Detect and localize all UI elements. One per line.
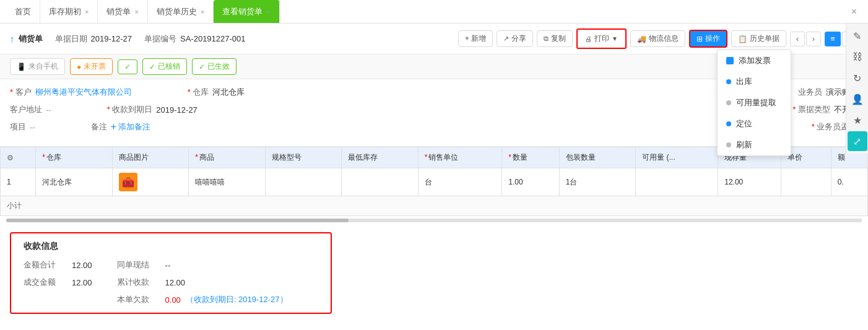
row-unit-price — [781, 168, 831, 196]
col-warehouse: *仓库 — [36, 147, 113, 168]
due-note: （收款到期日: 2019-12-27） — [186, 294, 288, 305]
transaction-amount-value: 12.00 — [72, 278, 92, 287]
operation-dropdown: 添加发票 出库 可用量提取 定位 刷新 — [717, 50, 791, 156]
list-view-button[interactable]: ≡ — [825, 32, 841, 46]
payment-col-left: 金额合计 12.00 成交金额 12.00 — [24, 259, 92, 305]
print-icon: 🖨 — [585, 35, 592, 43]
sidebar-star-icon[interactable]: ★ — [848, 110, 867, 130]
next-button[interactable]: › — [806, 32, 821, 46]
nav-arrows: ‹ › — [790, 32, 821, 46]
payment-col-right: 同单现结 -- 累计收款 12.00 本单欠款 0.00 （收款到期日: 201… — [117, 259, 288, 305]
history-icon: 📋 — [738, 35, 747, 43]
add-invoice-item[interactable]: 添加发票 — [718, 50, 791, 71]
prev-button[interactable]: ‹ — [790, 32, 805, 46]
window-close-button[interactable]: × — [846, 6, 862, 17]
tab-view-sales-close[interactable]: × — [266, 8, 270, 15]
sidebar-link-icon[interactable]: ⛓ — [848, 47, 867, 67]
doc-type-icon: ↑ — [10, 33, 15, 44]
check-button[interactable]: ✓ — [118, 59, 137, 74]
product-img-icon: 🧰 — [122, 176, 134, 188]
sidebar-expand-icon[interactable]: ⤢ — [848, 131, 867, 151]
warehouse-value: 河北仓库 — [212, 87, 245, 98]
amount-total-label: 金额合计 — [24, 259, 67, 271]
due-date-field: 收款到期日 2019-12-27 — [107, 104, 197, 115]
tab-sales[interactable]: 销货单 × — [98, 0, 147, 23]
customer-label: 客户 — [10, 87, 32, 98]
tab-inventory-close[interactable]: × — [85, 8, 89, 15]
ticket-type-label: 票据类型 — [792, 104, 830, 115]
payment-box: 收款信息 金额合计 12.00 成交金额 12.00 同单现结 -- — [10, 232, 332, 314]
customer-value[interactable]: 柳州粤港平安气体有限公司 — [35, 87, 132, 98]
effective-button[interactable]: ✓ 已生效 — [192, 58, 237, 75]
from-mobile-button[interactable]: 📱 来自手机 — [10, 58, 65, 75]
refresh-item[interactable]: 刷新 — [718, 134, 791, 155]
tab-sales-history-close[interactable]: × — [201, 8, 204, 15]
due-date-value: 2019-12-27 — [156, 105, 197, 115]
add-note-button[interactable]: + 添加备注 — [111, 121, 150, 132]
employee-label: 业务员 — [798, 87, 822, 98]
outbound-item[interactable]: 出库 — [718, 71, 791, 92]
share-button[interactable]: ↗ 分享 — [497, 30, 533, 47]
history-button[interactable]: 📋 历史单据 — [731, 30, 786, 47]
tab-view-sales[interactable]: 查看销货单 × — [214, 0, 279, 23]
project-label: 项目 — [10, 121, 26, 132]
copy-button[interactable]: ⧉ 复制 — [537, 30, 573, 47]
tab-sales-history[interactable]: 销货单历史 × — [148, 0, 214, 23]
warehouse-label: 仓库 — [188, 87, 209, 98]
copy-icon: ⧉ — [544, 35, 549, 43]
ticket-icon: ● — [77, 63, 81, 71]
locate-icon — [726, 121, 731, 126]
product-table-area: ⚙ *仓库 商品图片 *商品 规格型号 最低库存 *销售单位 *数量 包装数量 … — [0, 147, 868, 225]
refresh-icon — [726, 142, 731, 147]
sidebar-refresh-icon[interactable]: ↻ — [848, 68, 867, 88]
cumulative-value: 12.00 — [165, 278, 186, 287]
main-content: ↑ 销货单 单据日期 2019-12-27 单据编号 SA-20191227-0… — [0, 24, 868, 330]
check-icon: ✓ — [124, 63, 131, 71]
current-debt-item: 本单欠款 0.00 （收款到期日: 2019-12-27） — [117, 294, 288, 305]
tab-inventory[interactable]: 库存期初 × — [40, 0, 98, 23]
effective-icon: ✓ — [199, 63, 205, 71]
locate-item[interactable]: 定位 — [718, 113, 791, 134]
col-gear[interactable]: ⚙ — [1, 147, 36, 168]
col-product: *商品 — [189, 147, 266, 168]
share-icon: ↗ — [503, 35, 509, 43]
col-spec: 规格型号 — [265, 147, 342, 168]
row-index: 1 — [1, 168, 36, 196]
print-dropdown-arrow: ▼ — [612, 35, 618, 42]
col-min-stock: 最低库存 — [342, 147, 419, 168]
doc-title: ↑ 销货单 — [10, 33, 43, 45]
current-debt-value: 0.00 — [165, 295, 181, 305]
row-warehouse: 河北仓库 — [36, 168, 113, 196]
operation-button[interactable]: ⊞ 操作 — [689, 30, 727, 48]
tab-home[interactable]: 首页 — [6, 0, 40, 23]
available-qty-item[interactable]: 可用量提取 — [718, 92, 791, 113]
tab-sales-close[interactable]: × — [134, 8, 138, 15]
add-invoice-icon — [726, 57, 734, 64]
bottom-info: 收款信息 金额合计 12.00 成交金额 12.00 同单现结 -- — [0, 225, 868, 321]
doc-date-value: 2019-12-27 — [91, 34, 132, 43]
row-stock: 12.00 — [718, 168, 781, 196]
current-debt-label: 本单欠款 — [117, 294, 160, 305]
col-quantity: *数量 — [502, 147, 559, 168]
col-available: 可用量 (... — [636, 147, 718, 168]
row-available — [636, 168, 718, 196]
table-scrollbar[interactable] — [0, 216, 868, 225]
due-date-label: 收款到期日 — [107, 104, 153, 115]
address-value: -- — [46, 105, 51, 115]
same-order-value: -- — [165, 261, 171, 270]
not-open-button[interactable]: ● 未开票 — [70, 58, 113, 75]
sidebar-edit-icon[interactable]: ✎ — [848, 26, 867, 46]
note-label: 备注 — [91, 121, 107, 132]
doc-header: ↑ 销货单 单据日期 2019-12-27 单据编号 SA-20191227-0… — [0, 24, 868, 54]
cancelled-button[interactable]: ✓ 已核销 — [142, 58, 187, 75]
logistics-button[interactable]: 🚚 物流信息 — [630, 30, 685, 47]
outbound-icon — [726, 79, 731, 84]
add-button[interactable]: + 新增 — [458, 30, 493, 47]
print-button-wrapper: 🖨 打印 ▼ — [576, 28, 627, 49]
sidebar-user-icon[interactable]: 👤 — [848, 89, 867, 109]
print-button[interactable]: 🖨 打印 ▼ — [579, 31, 624, 46]
col-sales-unit: *销售单位 — [418, 147, 501, 168]
doc-meta: 单据日期 2019-12-27 单据编号 SA-20191227-001 — [55, 33, 458, 45]
doc-number-label: 单据编号 — [144, 33, 176, 45]
cancelled-icon: ✓ — [149, 63, 155, 71]
